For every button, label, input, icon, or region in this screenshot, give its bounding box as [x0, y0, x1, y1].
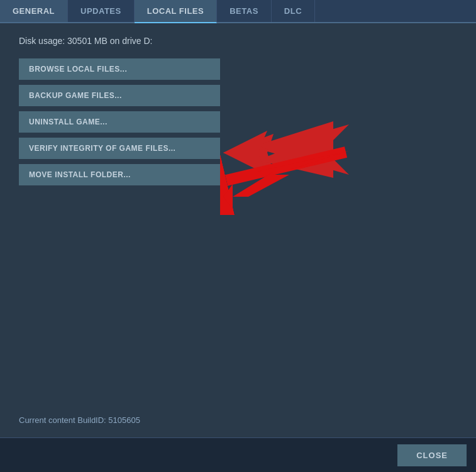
- build-id-label: Current content BuildID: 5105605: [19, 415, 457, 425]
- buttons-section: BROWSE LOCAL FILES... BACKUP GAME FILES.…: [19, 58, 220, 185]
- footer: CLOSE: [0, 437, 476, 472]
- tab-local-files[interactable]: LOCAL FILES: [135, 0, 217, 23]
- tab-general[interactable]: GENERAL: [0, 0, 68, 22]
- backup-game-files-button[interactable]: BACKUP GAME FILES...: [19, 85, 220, 106]
- browse-local-files-button[interactable]: BROWSE LOCAL FILES...: [19, 58, 220, 80]
- uninstall-game-button[interactable]: UNINSTALL GAME...: [19, 111, 220, 133]
- tab-dlc[interactable]: DLC: [272, 0, 315, 22]
- close-button[interactable]: CLOSE: [397, 444, 467, 466]
- main-content: Disk usage: 30501 MB on drive D: BROWSE …: [0, 23, 476, 437]
- tab-bar: GENERAL UPDATES LOCAL FILES BETAS DLC: [0, 0, 476, 23]
- disk-usage-label: Disk usage: 30501 MB on drive D:: [19, 36, 457, 46]
- red-arrow-svg: [220, 146, 352, 215]
- verify-integrity-button[interactable]: VERIFY INTEGRITY OF GAME FILES...: [19, 138, 220, 159]
- tab-updates[interactable]: UPDATES: [68, 0, 135, 22]
- red-arrow-overlay: [220, 146, 352, 217]
- move-install-folder-button[interactable]: MOVE INSTALL FOLDER...: [19, 164, 220, 185]
- tab-betas[interactable]: BETAS: [217, 0, 272, 22]
- svg-line-5: [226, 152, 346, 180]
